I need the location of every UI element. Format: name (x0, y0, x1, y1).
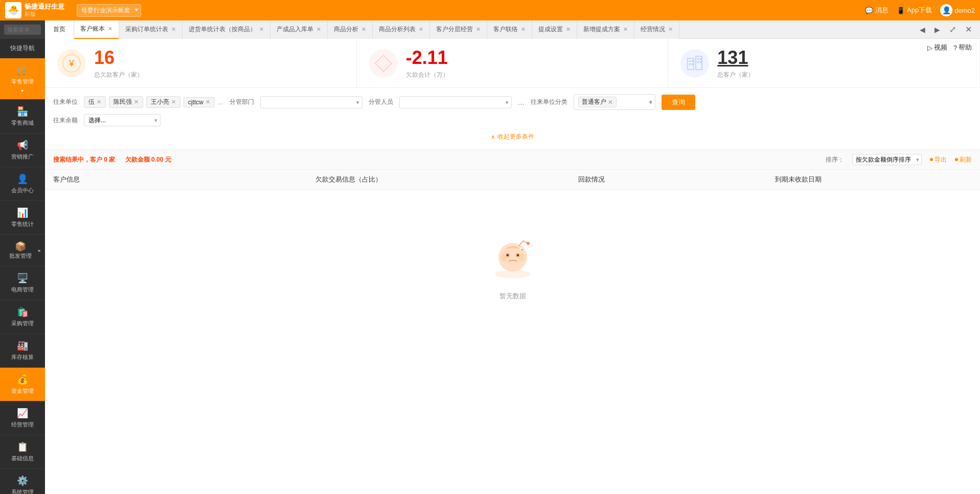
tab-product-in[interactable]: 产成品入库单 ✕ (270, 20, 328, 39)
tab-product-in-close[interactable]: ✕ (316, 26, 321, 33)
query-button[interactable]: 查询 (662, 95, 695, 110)
export-btn[interactable]: 导出 (930, 155, 947, 164)
tab-customer-contact[interactable]: 客户联络 ✕ (487, 20, 532, 39)
help-label: 帮助 (959, 43, 972, 52)
tab-stock-stat[interactable]: 进货单统计表（按商品） ✕ (183, 20, 270, 39)
tab-reminder-setting-close[interactable]: ✕ (566, 26, 571, 33)
purchase-icon: 🛍️ (17, 306, 28, 318)
tags-more[interactable]: ... (218, 98, 223, 106)
tab-new-achievement-close[interactable]: ✕ (623, 26, 628, 33)
tab-scroll-left[interactable]: ◀ (916, 26, 929, 34)
tab-controls: ◀ ▶ ⤢ ✕ (916, 25, 980, 34)
purchase-label: 采购管理 (11, 320, 34, 327)
tab-operations-close[interactable]: ✕ (668, 26, 673, 33)
sidebar-item-operations-mgmt[interactable]: 📈 经营管理 (0, 401, 45, 435)
person-more-dots[interactable]: ... (518, 98, 525, 107)
tag-2-label: 陈民强 (113, 98, 132, 106)
tab-home[interactable]: 首页 (45, 20, 74, 39)
sidebar-item-finance[interactable]: 💰 资金管理 (0, 368, 45, 401)
sidebar-item-base-info[interactable]: 📋 基础信息 (0, 435, 45, 469)
svg-point-20 (501, 253, 506, 261)
svg-text:¥: ¥ (69, 58, 75, 69)
tag-1[interactable]: 伍 ✕ (84, 96, 106, 108)
message-btn[interactable]: 💬 消息 (865, 6, 888, 15)
balance-select[interactable]: 选择... (84, 114, 161, 126)
tag-4-close[interactable]: ✕ (206, 99, 210, 105)
sidebar-item-retail-stat[interactable]: 📊 零售统计 (0, 201, 45, 235)
sidebar-item-retail-shop[interactable]: 🏪 零售商城 (0, 100, 45, 133)
tag-3-close[interactable]: ✕ (171, 99, 176, 105)
unit-class-tag-value: 普通客户 ✕ (578, 97, 617, 107)
tag-2-close[interactable]: ✕ (134, 99, 139, 105)
tab-new-achievement[interactable]: 新增提成方案 ✕ (577, 20, 634, 39)
tab-customer-tier-close[interactable]: ✕ (476, 26, 481, 33)
sidebar-item-sys-mgmt[interactable]: ⚙️ 系统管理 (0, 469, 45, 494)
tab-operations[interactable]: 经营情况 ✕ (634, 20, 679, 39)
batch-mgmt-icon: 📦 (15, 241, 26, 252)
tab-scroll-right[interactable]: ▶ (930, 26, 944, 34)
sidebar-item-quick-nav[interactable]: 快捷导航 (0, 39, 45, 58)
sys-mgmt-label: 系统管理 (11, 488, 34, 494)
marketing-icon: 📢 (17, 140, 28, 151)
tab-customer-account[interactable]: 客户账本 ✕ (74, 20, 119, 39)
tab-goods-analysis[interactable]: 商品分析 ✕ (328, 20, 373, 39)
stat-customers-label: 总欠款客户（家） (94, 71, 143, 79)
refresh-btn[interactable]: 刷新 (955, 155, 972, 164)
tab-purchase-order[interactable]: 采购订单统计表 ✕ (119, 20, 183, 39)
tab-goods-analysis-close[interactable]: ✕ (361, 26, 366, 33)
batch-mgmt-label: 批发管理 (9, 252, 32, 260)
table-header-repayment: 回款情况 (578, 175, 775, 184)
tab-customer-account-close[interactable]: ✕ (108, 26, 112, 32)
collapse-btn-area: ∧ 收起更多条件 (53, 130, 972, 143)
sidebar-item-member[interactable]: 👤 会员中心 (0, 167, 45, 201)
dept-select[interactable] (260, 96, 362, 108)
tag-3[interactable]: 王小亮 ✕ (146, 96, 180, 108)
tag-2[interactable]: 陈民强 ✕ (109, 96, 143, 108)
balance-select-wrap: 选择... (84, 114, 161, 126)
dept-select-wrap (260, 96, 362, 108)
sort-select[interactable]: 按欠款金额倒序排序 (852, 154, 922, 165)
building-icon (685, 53, 705, 74)
message-label: 消息 (875, 6, 888, 15)
svg-marker-3 (378, 58, 389, 69)
sidebar-item-ecommerce[interactable]: 🖥️ 电商管理 (0, 266, 45, 300)
tag-4[interactable]: cjttcw ✕ (184, 97, 215, 107)
tab-stock-stat-close[interactable]: ✕ (259, 26, 264, 33)
user-btn[interactable]: 👤 demo2 (940, 4, 975, 16)
tab-purchase-order-close[interactable]: ✕ (171, 26, 176, 33)
tag-1-close[interactable]: ✕ (97, 99, 101, 105)
tab-product-in-label: 产成品入库单 (277, 25, 313, 34)
export-dot-icon (930, 158, 933, 161)
quick-nav-label: 快捷导航 (10, 44, 35, 52)
person-select[interactable] (399, 96, 512, 108)
sidebar-item-marketing[interactable]: 📢 营销推广 (0, 133, 45, 167)
retail-shop-label: 零售商城 (11, 119, 34, 127)
message-icon: 💬 (865, 7, 873, 14)
video-help-link[interactable]: ▷ 视频 (927, 43, 947, 52)
collapse-label: 收起更多条件 (497, 132, 534, 141)
stat-amount-number: -2.11 (406, 47, 449, 69)
help-link[interactable]: ? 帮助 (953, 43, 972, 52)
unit-class-select[interactable]: 普通客户 ✕ ▾ (574, 94, 655, 110)
account-dropdown[interactable]: 母婴行业演示帐套 (77, 4, 141, 17)
tab-customer-contact-close[interactable]: ✕ (521, 26, 526, 33)
app-download-btn[interactable]: 📱 App下载 (897, 6, 932, 15)
member-label: 会员中心 (11, 187, 34, 194)
tab-goods-analysis-list-close[interactable]: ✕ (419, 26, 423, 33)
sidebar-item-batch-mgmt[interactable]: 📦 批发管理 ▸ (0, 235, 45, 266)
yuan-icon: ¥ (62, 54, 81, 73)
tab-goods-analysis-list[interactable]: 商品分析列表 ✕ (373, 20, 430, 39)
tab-operations-label: 经营情况 (641, 25, 665, 34)
unit-class-tag-close[interactable]: ✕ (608, 99, 613, 106)
sidebar-item-inventory[interactable]: 🏭 库存核算 (0, 334, 45, 368)
tab-expand[interactable]: ⤢ (945, 25, 960, 34)
tab-reminder-setting[interactable]: 提成设置 ✕ (532, 20, 577, 39)
collapse-btn[interactable]: ∧ 收起更多条件 (489, 130, 536, 143)
tab-customer-tier[interactable]: 客户分层经营 ✕ (430, 20, 487, 39)
result-prefix: 搜索结果中，客户 (53, 156, 102, 163)
search-input[interactable] (4, 25, 41, 35)
sidebar-item-purchase[interactable]: 🛍️ 采购管理 (0, 300, 45, 334)
table-header: 客户信息 欠款交易信息（占比） 回款情况 到期未收款日期 (45, 170, 980, 190)
tab-close-all[interactable]: ✕ (961, 25, 976, 34)
sidebar-item-retail-mgmt[interactable]: 🛒 零售管理 ▸ (0, 58, 45, 100)
